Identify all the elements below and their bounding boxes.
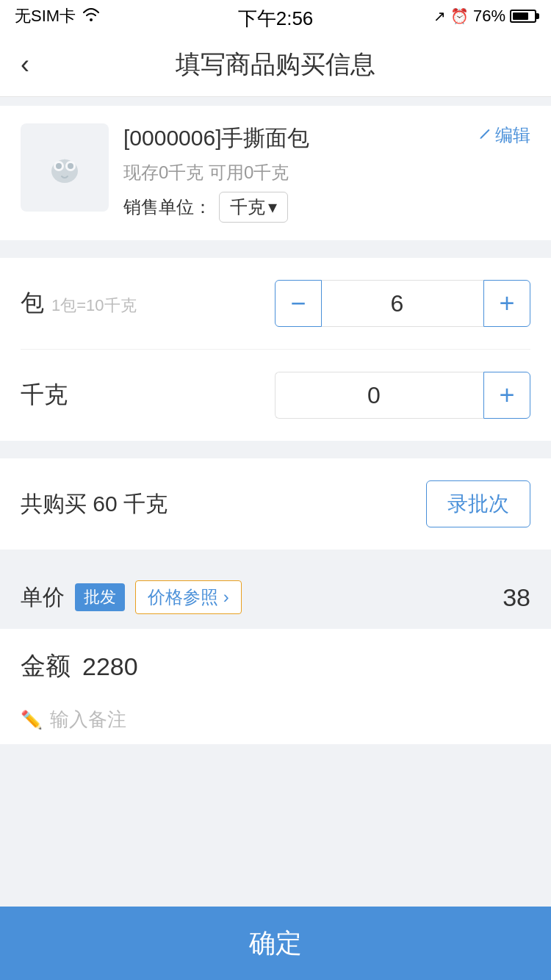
wifi-icon (82, 7, 101, 26)
unit-label: 销售单位： (123, 195, 212, 219)
status-time: 下午2:56 (238, 6, 314, 32)
amount-row: 金额 2280 (21, 649, 530, 683)
pack-plus-button[interactable]: + (483, 280, 530, 327)
unit-select[interactable]: 千克 ▾ (219, 192, 288, 223)
amount-label: 金额 (21, 649, 71, 683)
batch-button[interactable]: 录批次 (426, 480, 530, 527)
content-spacer (0, 744, 551, 907)
pack-input[interactable] (322, 280, 483, 327)
pack-label: 包 1包=10千克 (21, 287, 137, 320)
product-stock: 现存0千克 可用0千克 (123, 161, 530, 184)
pack-hint: 1包=10千克 (51, 295, 137, 317)
amount-value: 2280 (82, 652, 138, 681)
battery-icon (510, 10, 536, 23)
status-bar: 无SIM卡 下午2:56 ↗ ⏰ 76% (0, 0, 551, 32)
carrier-text: 无SIM卡 (15, 5, 76, 27)
product-unit-row: 销售单位： 千克 ▾ (123, 192, 530, 223)
price-ref-button[interactable]: 价格参照 › (135, 580, 242, 614)
divider-2 (0, 441, 551, 450)
kg-control: + (275, 372, 530, 419)
remark-row[interactable]: ✏️ 输入备注 (21, 695, 530, 744)
chevron-down-icon: ▾ (268, 197, 277, 217)
divider-3 (0, 550, 551, 558)
price-tag: 批发 (75, 583, 125, 611)
confirm-button[interactable]: 确定 (0, 907, 551, 980)
svg-point-3 (56, 163, 62, 169)
alarm-icon: ⏰ (450, 7, 469, 25)
total-label: 共购买 60 千克 (21, 489, 168, 519)
status-left: 无SIM卡 (15, 5, 101, 27)
status-right: ↗ ⏰ 76% (433, 7, 536, 26)
product-info: [0000006]手撕面包 编辑 现存0千克 可用0千克 销售单位： 千克 ▾ (123, 123, 530, 223)
unit-value: 千克 (230, 195, 265, 219)
svg-point-4 (68, 163, 73, 169)
content-area: [0000006]手撕面包 编辑 现存0千克 可用0千克 销售单位： 千克 ▾ (0, 97, 551, 907)
amount-section: 金额 2280 ✏️ 输入备注 (0, 629, 551, 744)
page-title: 填写商品购买信息 (176, 48, 375, 82)
remark-placeholder: 输入备注 (50, 707, 126, 732)
nav-bar: ‹ 填写商品购买信息 (0, 32, 551, 97)
quantity-section: 包 1包=10千克 − + 千克 + (0, 258, 551, 441)
product-name: [0000006]手撕面包 (123, 123, 309, 154)
kg-input[interactable] (275, 372, 483, 419)
quantity-row-kg: 千克 + (21, 350, 530, 441)
kg-plus-button[interactable]: + (483, 372, 530, 419)
product-image (21, 123, 109, 212)
divider-1 (0, 240, 551, 249)
price-section: 单价 批发 价格参照 › 38 (0, 560, 551, 629)
pencil-icon: ✏️ (21, 710, 43, 730)
location-icon: ↗ (433, 7, 446, 25)
price-row: 单价 批发 价格参照 › 38 (21, 580, 530, 629)
quantity-row-pack: 包 1包=10千克 − + (21, 258, 530, 350)
price-label: 单价 (21, 583, 65, 613)
pack-control: − + (275, 280, 530, 327)
price-value: 38 (503, 583, 530, 612)
total-section: 共购买 60 千克 录批次 (0, 458, 551, 550)
product-card: [0000006]手撕面包 编辑 现存0千克 可用0千克 销售单位： 千克 ▾ (0, 106, 551, 240)
kg-label: 千克 (21, 379, 68, 411)
pack-minus-button[interactable]: − (275, 280, 322, 327)
battery-percent: 76% (473, 7, 505, 26)
edit-button[interactable]: 编辑 (478, 123, 530, 147)
product-header-row: [0000006]手撕面包 编辑 (123, 123, 530, 161)
back-button[interactable]: ‹ (21, 49, 29, 80)
